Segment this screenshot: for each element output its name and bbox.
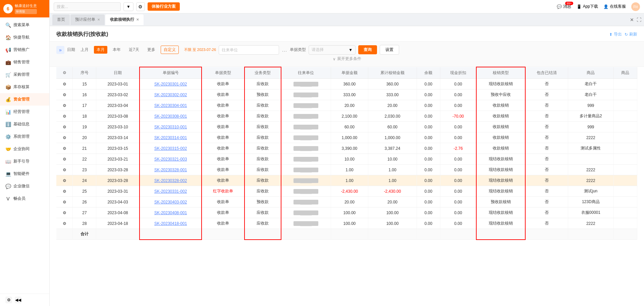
settings-icon[interactable]: ⚙ (5, 297, 12, 303)
cell-doc_no[interactable]: SK-20230304-001 (140, 100, 202, 111)
cell-doc_no[interactable]: SK-20230408-001 (140, 207, 202, 218)
sidebar-item-guide[interactable]: 📖新手引导 (0, 155, 49, 168)
close-window-icon[interactable]: ✕ (630, 17, 634, 22)
maximize-icon[interactable]: ⛶ (637, 17, 641, 22)
cell-doc_no[interactable]: SK-20230331-002 (140, 186, 202, 197)
cell-gear[interactable]: ⚙ (56, 186, 73, 197)
cell-doc_no[interactable]: SK-20230321-003 (140, 154, 202, 165)
sidebar-item-member[interactable]: V畅会员 (0, 192, 49, 205)
sidebar-item-enterprise[interactable]: 🤝企业协同 (0, 143, 49, 155)
doc-no-link[interactable]: SK-20230308-001 (154, 114, 187, 119)
receipt-type-select[interactable]: 请选择 ▼ (309, 45, 356, 55)
total-cell-cumulative (368, 229, 417, 240)
tab-prepay[interactable]: 预计应付单✕ (70, 14, 105, 25)
sidebar-item-marketing[interactable]: 📢营销推广 (0, 44, 49, 56)
filter-last-month[interactable]: 上月 (78, 46, 91, 54)
user-avatar[interactable]: Rit (631, 2, 640, 11)
industry-solution-button[interactable]: 体验行业方案 (148, 2, 180, 11)
sidebar-item-finance[interactable]: 💰资金管理 (0, 93, 49, 106)
topbar-dropdown[interactable]: ▼ (123, 2, 133, 11)
filter-custom-button[interactable]: 自定义 (161, 46, 179, 54)
cell-gear[interactable]: ⚙ (56, 207, 73, 218)
filter-toggle-button[interactable]: » (56, 46, 64, 54)
cell-biz_type: 应收款 (245, 175, 281, 186)
cell-doc_no[interactable]: SK-20230302-002 (140, 89, 202, 100)
cell-doc_no[interactable]: SK-20230418-001 (140, 218, 202, 229)
cell-gear[interactable]: ⚙ (56, 100, 73, 111)
sidebar-item-system[interactable]: ⚙️系统管理 (0, 130, 49, 143)
refresh-button[interactable]: ↻ 刷新 (625, 32, 637, 37)
topbar-search-input[interactable] (54, 2, 121, 11)
cell-gear[interactable]: ⚙ (56, 175, 73, 186)
doc-no-link[interactable]: SK-20230321-003 (154, 157, 187, 162)
cell-gear[interactable]: ⚙ (56, 218, 73, 229)
sidebar-item-basic[interactable]: ℹ️基础信息 (0, 118, 49, 130)
settings-button[interactable]: 设置 (380, 45, 399, 55)
doc-no-link[interactable]: SK-20230403-002 (154, 200, 187, 204)
filter-7-days[interactable]: 近7天 (126, 46, 142, 54)
tab-close-prepay[interactable]: ✕ (97, 18, 100, 21)
cell-gear[interactable]: ⚙ (56, 132, 73, 143)
export-button[interactable]: ⬆ 导出 (609, 32, 622, 37)
doc-no-link[interactable]: SK-20230331-002 (154, 189, 187, 194)
topbar-gear-icon[interactable]: ⚙ (136, 2, 145, 11)
cell-doc_no[interactable]: SK-20230328-001 (140, 165, 202, 175)
tab-collection[interactable]: 收款核销执行✕ (105, 14, 144, 25)
tab-home[interactable]: 首页 (52, 14, 70, 25)
messages-button[interactable]: 💬 消息 99+ (557, 4, 571, 9)
doc-no-link[interactable]: SK-20230328-002 (154, 178, 187, 183)
app-download-button[interactable]: 📱 App下载 (577, 4, 598, 9)
cell-gear[interactable]: ⚙ (56, 79, 73, 89)
total-cell-doc_type (202, 229, 244, 240)
cell-product2 (613, 122, 637, 132)
filter-this-month[interactable]: 本月 (94, 46, 107, 54)
partner-input[interactable] (219, 45, 279, 55)
cell-doc_no[interactable]: SK-20230301-002 (140, 79, 202, 89)
doc-no-link[interactable]: SK-20230408-001 (154, 210, 187, 215)
cell-gear[interactable]: ⚙ (56, 122, 73, 132)
cell-doc_no[interactable]: SK-20230310-001 (140, 122, 202, 132)
cell-gear[interactable]: ⚙ (56, 165, 73, 175)
tab-label-home: 首页 (57, 17, 65, 22)
expand-more-button[interactable]: ∨ 展开更多条件 (56, 55, 637, 63)
filter-more[interactable]: 更多 (145, 46, 158, 54)
inventory-icon: 📦 (5, 84, 11, 90)
cell-doc_no[interactable]: SK-20230314-001 (140, 132, 202, 143)
doc-no-link[interactable]: SK-20230310-001 (154, 125, 187, 129)
query-button[interactable]: 查询 (358, 45, 377, 54)
doc-no-link[interactable]: SK-20230328-001 (154, 168, 187, 172)
collapse-icon[interactable]: ◀◀ (15, 297, 21, 303)
filter-dots[interactable]: … (282, 47, 287, 53)
cell-gear[interactable]: ⚙ (56, 197, 73, 207)
message-icon: 💬 (557, 4, 562, 9)
sidebar-item-hardware[interactable]: 💻智能硬件 (0, 168, 49, 180)
cell-doc_no[interactable]: SK-20230308-001 (140, 111, 202, 122)
doc-no-link[interactable]: SK-20230314-001 (154, 135, 187, 140)
sidebar-item-purchase[interactable]: 🛒采购管理 (0, 68, 49, 81)
cell-doc_no[interactable]: SK-20230315-002 (140, 143, 202, 154)
cell-product2 (613, 165, 637, 175)
sidebar-item-sales[interactable]: 💼销售管理 (0, 56, 49, 68)
cell-gear[interactable]: ⚙ (56, 154, 73, 165)
sidebar-item-search[interactable]: 🔍搜索菜单 (0, 19, 49, 31)
doc-no-link[interactable]: SK-20230302-002 (154, 93, 187, 97)
doc-no-link[interactable]: SK-20230315-002 (154, 146, 187, 151)
sidebar-item-operations[interactable]: 📊经营管理 (0, 106, 49, 118)
doc-no-link[interactable]: SK-20230418-001 (154, 221, 187, 226)
cell-doc_no[interactable]: SK-20230328-002 (140, 175, 202, 186)
doc-no-link[interactable]: SK-20230304-001 (154, 103, 187, 108)
doc-no-link[interactable]: SK-20230301-002 (154, 82, 187, 86)
sidebar-item-inventory[interactable]: 📦库存核算 (0, 81, 49, 93)
logo-icon: 6 (3, 4, 13, 13)
cell-product1: 衣服00001 (568, 207, 613, 218)
tab-close-collection[interactable]: ✕ (136, 18, 139, 21)
cell-doc_no[interactable]: SK-20230403-002 (140, 197, 202, 207)
cell-date: 2023-03-28 (96, 165, 140, 175)
online-service-button[interactable]: 👤 在线客服 (603, 4, 626, 9)
sidebar-item-quick-nav[interactable]: 🏠快捷导航 (0, 31, 49, 44)
sidebar-item-wechat[interactable]: 💬企业微信 (0, 180, 49, 192)
cell-gear[interactable]: ⚙ (56, 89, 73, 100)
filter-this-year[interactable]: 本年 (110, 46, 123, 54)
cell-gear[interactable]: ⚙ (56, 143, 73, 154)
cell-gear[interactable]: ⚙ (56, 111, 73, 122)
